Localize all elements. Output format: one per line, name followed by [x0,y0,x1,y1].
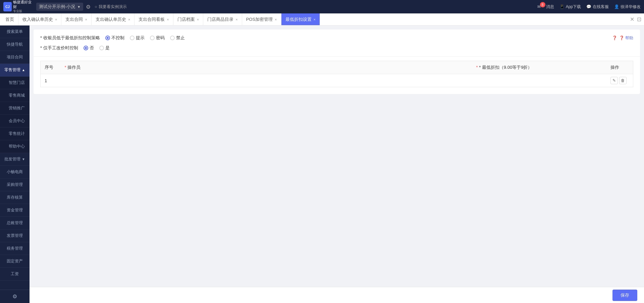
sidebar-item-project[interactable]: 项目合同 [0,51,30,64]
sidebar-item-finance[interactable]: 资金管理 [0,204,30,217]
table-row: 1 ✎ 🗑 [41,74,633,87]
operator-required-star: * [65,65,66,70]
tab-expand-icon[interactable]: ⊡ [637,16,641,22]
radio-no-label: 否 [90,45,94,51]
radio-yes-label: 是 [105,45,110,51]
tab-pos-encrypt[interactable]: POS加密管理 × [242,13,281,26]
sidebar-inventory-label: 库存核算 [1,195,28,200]
app-name-block: 畅捷通好业财 专业版 [13,0,33,13]
tab-min-discount-close[interactable]: × [314,17,316,21]
sidebar-item-fixed-asset[interactable]: 固定资产 [0,255,30,268]
tab-home-label: 首页 [5,16,14,22]
tab-pay-contract-close[interactable]: × [85,17,87,21]
tab-bar-controls: ✕ ⊡ [630,16,644,22]
tab-store-products[interactable]: 门店商品目录 × [203,13,242,26]
sidebar-item-marketing[interactable]: 营销推广 [0,102,30,115]
radio-no-control[interactable]: 不控制 [105,35,124,41]
chevron-down-icon2: ▼ [22,157,25,161]
table-section: 序号 * 操作员 * * 最低折扣（9.00等于9折） [34,57,640,94]
project-selector[interactable]: 测试分开示例-小况 ▼ [36,3,83,11]
tab-income-confirm[interactable]: 收入确认单历史 × [18,13,61,26]
top-header: CJ 畅捷通好业财 专业版 测试分开示例-小况 ▼ ⚙ ○ 我要看实例演示 ✉ … [0,0,644,13]
cell-seq: 1 [41,74,61,87]
app-download-button[interactable]: 📱 App下载 [559,4,581,10]
tab-min-discount-label: 最低折扣设置 [285,16,312,22]
message-label: 消息 [546,4,554,10]
help-icon: ❓ [612,36,617,40]
tab-income-confirm-close[interactable]: × [55,17,57,21]
tab-pay-confirm[interactable]: 支出确认单历史 × [92,13,135,26]
tab-pay-confirm-label: 支出确认单历史 [96,16,126,22]
app-edition: 专业版 [13,9,33,13]
sidebar-search-label: 搜索菜单 [1,29,28,35]
sidebar-purchase-label: 采购管理 [1,182,28,188]
radio-forbid[interactable]: 禁止 [170,35,185,41]
sidebar-item-inventory[interactable]: 库存核算 [0,191,30,204]
sidebar-item-ecommerce[interactable]: 小畅电商 [0,166,30,179]
tab-store-file-close[interactable]: × [197,17,199,21]
sidebar-item-invoice[interactable]: 发票管理 [0,230,30,242]
col-header-operator: * 操作员 [61,61,472,74]
radio-no[interactable]: 否 [84,45,94,51]
sidebar-ecommerce-label: 小畅电商 [1,169,28,175]
content-card: * 收银员低于最低折扣控制策略 不控制 提示 [34,30,640,94]
app-logo-icon: CJ [3,2,12,11]
radio-remind[interactable]: 提示 [130,35,145,41]
sidebar-invoice-label: 发票管理 [1,233,28,239]
sidebar-item-ledger[interactable]: 总账管理 [0,217,30,230]
tab-pay-confirm-close[interactable]: × [128,17,130,21]
sidebar-item-smart-store[interactable]: 智慧门店 [0,77,30,89]
sidebar-item-purchase[interactable]: 采购管理 [0,179,30,191]
sidebar-item-wholesale[interactable]: 批发管理 ▼ [0,153,30,166]
main-layout: 搜索菜单 快捷导航 项目合同 零售管理 ▲ 智慧门店 零售商城 营销推广 会员中… [0,26,644,303]
sidebar-item-shortcut[interactable]: 快捷导航 [0,38,30,51]
demo-button[interactable]: ○ 我要看实例演示 [95,4,126,10]
col-action-label: 操作 [610,65,619,70]
online-service-button[interactable]: 💬 在线客服 [586,4,609,10]
tab-close-all-icon[interactable]: ✕ [630,16,634,22]
header-right: ✉ 8 消息 📱 App下载 💬 在线客服 👤 徐泽华修改 [537,4,641,10]
sidebar-retail-label: 零售管理 [4,67,20,73]
sidebar-item-online-retail[interactable]: 零售商城 [0,89,30,102]
user-name: 徐泽华修改 [621,4,641,10]
discount-control-label: * 收银员低于最低折扣控制策略 [40,35,100,41]
sidebar-wholesale-label: 批发管理 [4,156,20,162]
sidebar-ledger-label: 总账管理 [1,220,28,226]
tab-pay-contract[interactable]: 支出合同 × [61,13,91,26]
tab-store-products-close[interactable]: × [235,17,237,21]
content-area: * 收银员低于最低折扣控制策略 不控制 提示 [30,26,644,287]
sidebar-payroll-label: 工资 [1,271,28,277]
save-button[interactable]: 保存 [612,290,637,301]
tab-pay-board[interactable]: 支出合同看板 × [135,13,173,26]
circle-icon: ○ [95,4,97,9]
sidebar-item-tax[interactable]: 税务管理 [0,242,30,255]
sidebar-item-retail-stat[interactable]: 零售统计 [0,128,30,140]
radio-password[interactable]: 密码 [150,35,165,41]
sidebar-item-search[interactable]: 搜索菜单 [0,26,30,38]
delete-row-button[interactable]: 🗑 [619,77,627,84]
row-seq-value: 1 [45,78,47,83]
user-menu[interactable]: 👤 徐泽华修改 [614,4,641,10]
tab-pay-board-close[interactable]: × [167,17,169,21]
sidebar-item-retail[interactable]: 零售管理 ▲ [0,64,30,77]
radio-yes[interactable]: 是 [99,45,110,51]
edit-row-button[interactable]: ✎ [610,77,618,84]
app-name: 畅捷通好业财 [13,0,33,9]
sidebar-item-help[interactable]: 帮助中心 [0,140,30,153]
radio-yes-circle [99,46,104,50]
sidebar-item-member[interactable]: 会员中心 [0,115,30,128]
tab-pos-encrypt-close[interactable]: × [275,17,277,21]
settings-icon[interactable]: ⚙ [86,4,91,10]
sidebar-item-payroll[interactable]: 工资 [0,268,30,281]
radio-no-control-circle [105,36,110,40]
sidebar-shortcut-label: 快捷导航 [1,42,28,47]
sidebar-settings-button[interactable]: ⚙ [0,290,30,303]
tab-min-discount[interactable]: 最低折扣设置 × [281,13,320,26]
message-button[interactable]: ✉ 8 消息 [537,4,554,10]
radio-no-circle [84,46,88,50]
manual-control-radio-group: 否 是 [84,45,110,51]
tab-home[interactable]: 首页 [1,13,18,26]
tab-store-file[interactable]: 门店档案 × [173,13,203,26]
tab-store-products-label: 门店商品目录 [207,16,233,22]
help-link[interactable]: ❓ ❓ 帮助 [612,35,633,41]
